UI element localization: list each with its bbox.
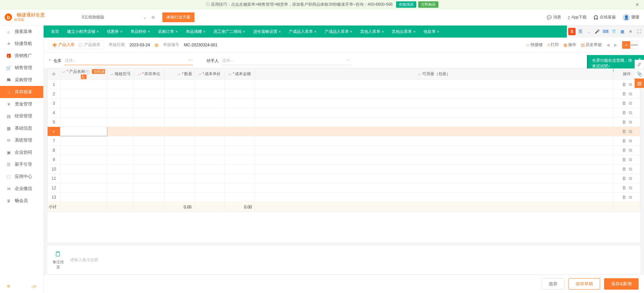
lookup-icon[interactable]: ⋯ (346, 58, 350, 63)
sidebar-item-8[interactable]: ▦基础信息 (0, 122, 43, 134)
table-row[interactable]: 4🗑⧉ (48, 108, 640, 117)
sidebar-item-10[interactable]: ▣企业协同 (0, 146, 43, 158)
radio-product-in[interactable]: 产品入库 (53, 42, 74, 48)
btn-buy[interactable]: 立即购买 (418, 1, 438, 8)
lookup-icon[interactable]: ⋯ (189, 58, 193, 63)
sidebar-item-5[interactable]: ⌂库存核算 (0, 86, 43, 98)
tool-hotkey[interactable]: ▭快捷键 (526, 42, 543, 48)
delete-icon[interactable]: 🗑 (622, 91, 626, 96)
btn-discard[interactable]: 放弃 (542, 278, 565, 290)
header-app[interactable]: ▯App下载 (568, 14, 587, 20)
header-msg[interactable]: 💬消息 (547, 14, 561, 20)
sidebar-item-4[interactable]: ⛟采购管理 (0, 74, 43, 86)
table-row[interactable]: 9🗑⧉ (48, 155, 640, 164)
org-selector[interactable]: 0五组旗舰版 ⌄ ⚙ (82, 14, 155, 20)
radio-product-out[interactable]: 产品退库 (78, 42, 100, 48)
table-row[interactable]: 11🗑⧉ (48, 174, 640, 183)
sogou-icon[interactable]: S (568, 28, 576, 35)
delete-icon[interactable]: 🗑 (622, 176, 626, 181)
banner-close-icon[interactable]: ✕ (635, 2, 639, 7)
delete-icon[interactable]: 🗑 (622, 195, 626, 200)
copy-icon[interactable]: ⧉ (629, 101, 632, 106)
gear-icon[interactable]: ⚙ (52, 72, 56, 77)
copy-icon[interactable]: ⧉ (629, 157, 632, 162)
ime-lang[interactable]: 英 (577, 28, 584, 35)
tab-close-icon[interactable]: × (413, 30, 415, 34)
col-available[interactable]: 可用量（包装） (422, 71, 450, 76)
copy-icon[interactable]: ⧉ (629, 176, 632, 181)
col-price[interactable]: 成本单价 (205, 71, 221, 76)
nav-tab-4[interactable]: 采购订单× (154, 26, 181, 38)
tab-close-icon[interactable]: × (382, 30, 384, 34)
copy-icon[interactable]: ⧉ (629, 129, 632, 134)
float-attach-icon[interactable]: 📎 (635, 69, 644, 79)
copy-icon[interactable]: ⧉ (629, 148, 632, 153)
nav-tab-12[interactable]: 收款单× (420, 26, 443, 38)
calendar-icon[interactable]: ▦ (155, 43, 158, 47)
sidebar-item-7[interactable]: ▤经营管理 (0, 110, 43, 122)
nav-tab-8[interactable]: 产成品入库单× (285, 26, 320, 38)
ime-comma-icon[interactable]: ， (585, 28, 592, 35)
copy-icon[interactable]: ⧉ (629, 166, 632, 172)
copy-icon[interactable]: ⧉ (629, 91, 632, 96)
ime-expand-icon[interactable]: ⛶ (635, 28, 643, 35)
nav-tab-7[interactable]: 进价策略设置× (249, 26, 285, 38)
tab-close-icon[interactable]: × (120, 30, 122, 34)
table-row[interactable]: 5🗑⧉ (48, 117, 640, 127)
sidebar-item-3[interactable]: 🛒销售管理 (0, 62, 43, 74)
delete-icon[interactable]: 🗑 (622, 82, 626, 87)
table-row[interactable]: 8🗑⧉ (48, 146, 640, 155)
copy-icon[interactable]: ⧉ (629, 110, 632, 115)
table-row[interactable]: 2🗑⧉ (48, 89, 640, 99)
add-row-icon[interactable]: + (51, 129, 57, 135)
sidebar-item-12[interactable]: ⬚应用中心 (0, 170, 43, 183)
sidebar-item-2[interactable]: 🎁营销推广 (0, 50, 43, 62)
ime-grid-icon[interactable]: ▦ (619, 28, 626, 35)
ime-mic-icon[interactable]: 🎤 (593, 28, 601, 35)
copy-icon[interactable]: ⧉ (629, 138, 632, 143)
tab-close-icon[interactable]: × (97, 30, 99, 34)
delete-icon[interactable]: 🗑 (622, 185, 626, 190)
copy-icon[interactable]: ⧉ (629, 195, 632, 200)
sidebar-item-13[interactable]: ✉企业微信 (0, 183, 43, 195)
delete-icon[interactable]: 🗑 (622, 148, 626, 153)
sidebar-item-9[interactable]: ⟳系统管理 (0, 134, 43, 146)
date-value[interactable]: 2023-03-24 (129, 43, 150, 47)
sidebar-item-1[interactable]: ✈快捷导航 (0, 38, 43, 50)
delete-icon[interactable]: 🗑 (622, 166, 626, 172)
sidebar-item-0[interactable]: ⌕搜索菜单 (0, 26, 43, 38)
nav-tab-9[interactable]: 产成品入库单× (321, 26, 356, 38)
tool-ops[interactable]: ▦操作 (564, 42, 576, 48)
tab-close-icon[interactable]: × (243, 30, 245, 34)
header-service[interactable]: 🎧在线客服 (593, 14, 616, 20)
nav-tab-0[interactable]: 首页 (47, 26, 63, 38)
nav-tab-11[interactable]: 其他出库单× (388, 26, 419, 38)
ime-skin-icon[interactable]: 👕 (610, 28, 618, 35)
sidebar-item-6[interactable]: ¥资金管理 (0, 98, 43, 110)
settings-icon[interactable]: ⚙ (7, 284, 10, 289)
btn-save-new[interactable]: 保存&新增 (604, 278, 639, 290)
float-image-icon[interactable]: ▧ (635, 79, 644, 88)
tab-close-icon[interactable]: × (279, 30, 281, 34)
warehouse-input[interactable]: 选择... ⋯ (64, 56, 193, 65)
delete-icon[interactable]: 🗑 (622, 138, 626, 143)
next-icon[interactable]: ▶ (614, 43, 617, 47)
col-amount[interactable]: 成本金额 (235, 71, 251, 76)
handler-input[interactable]: 选择... ⋯ (221, 56, 351, 65)
view-list-icon[interactable]: ≡ (622, 41, 630, 49)
tab-close-icon[interactable]: × (203, 30, 205, 34)
nav-tab-5[interactable]: 单品满赠× (182, 26, 209, 38)
prev-icon[interactable]: ◀ (606, 43, 609, 47)
tab-close-icon[interactable]: × (175, 30, 177, 34)
nav-tab-6[interactable]: 员工推广二维码× (209, 26, 249, 38)
table-row[interactable]: 3🗑⧉ (48, 99, 640, 108)
ime-keyboard-icon[interactable]: ⌨ (602, 28, 609, 35)
col-spec[interactable]: 规格型号 (115, 71, 131, 76)
delete-icon[interactable]: 🗑 (622, 157, 626, 162)
sidebar-item-14[interactable]: ♛畅会员 (0, 195, 43, 207)
table-row[interactable]: 10🗑⧉ (48, 164, 640, 174)
delete-icon[interactable]: 🗑 (622, 101, 626, 106)
col-unit[interactable]: 库存单位 (144, 71, 160, 76)
collapse-icon[interactable]: ◁» (31, 284, 37, 289)
remark-input[interactable]: 请输入备注信息 (70, 257, 98, 263)
